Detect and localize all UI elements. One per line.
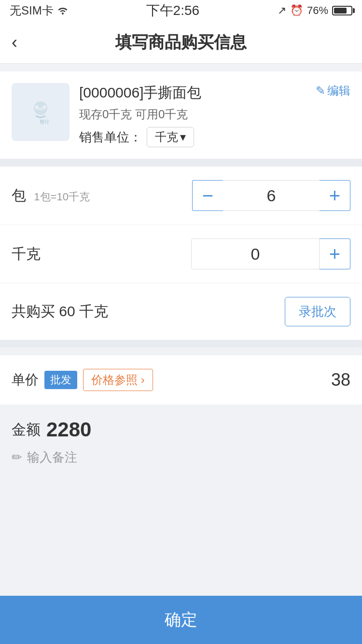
- unit-select[interactable]: 千克 ▾: [147, 127, 194, 147]
- kg-label: 千克: [12, 244, 191, 264]
- confirm-label: 确定: [165, 609, 197, 631]
- note-row[interactable]: ✏ 输入备注: [12, 449, 350, 466]
- product-image: 智计: [12, 83, 70, 141]
- bag-qty-control: − 6 +: [192, 180, 350, 211]
- price-ref-button[interactable]: 价格参照 ›: [83, 369, 153, 391]
- wifi-icon: [57, 4, 68, 17]
- amount-section: 金额 2280 ✏ 输入备注: [0, 405, 362, 474]
- page-title: 填写商品购买信息: [115, 31, 247, 54]
- battery-percent: 76%: [307, 4, 328, 17]
- product-name: [0000006]手撕面包: [79, 83, 350, 103]
- bag-minus-button[interactable]: −: [192, 180, 223, 211]
- divider-1: [0, 159, 362, 167]
- confirm-button[interactable]: 确定: [0, 596, 362, 644]
- divider-2: [0, 340, 362, 348]
- kg-input-row: 千克 0 +: [0, 225, 362, 283]
- product-info: [0000006]手撕面包 现存0千克 可用0千克 销售单位： 千克 ▾: [79, 83, 350, 147]
- svg-text:智计: 智计: [39, 119, 50, 125]
- dropdown-icon: ▾: [180, 130, 186, 144]
- svg-point-3: [38, 108, 43, 111]
- price-tag: 批发: [44, 371, 77, 389]
- kg-plus-button[interactable]: +: [320, 238, 350, 269]
- product-stock: 现存0千克 可用0千克: [79, 107, 350, 122]
- price-label: 单价: [12, 371, 39, 389]
- batch-button[interactable]: 录批次: [285, 297, 350, 326]
- status-right: ↗ ⏰ 76%: [278, 4, 352, 17]
- status-time: 下午2:56: [146, 1, 200, 20]
- input-section: 包 1包=10千克 − 6 + 千克 0 +: [0, 167, 362, 283]
- bag-qty-input[interactable]: 6: [223, 180, 320, 211]
- kg-qty-control: 0 +: [191, 238, 350, 269]
- carrier-text: 无SIM卡: [10, 3, 54, 18]
- back-button[interactable]: ‹: [12, 32, 17, 53]
- status-bar: 无SIM卡 下午2:56 ↗ ⏰ 76%: [0, 0, 362, 21]
- pencil-icon: ✏: [12, 450, 22, 465]
- product-section: 智计 [0000006]手撕面包 现存0千克 可用0千克 销售单位： 千克 ▾ …: [0, 71, 362, 159]
- kg-qty-input[interactable]: 0: [191, 238, 320, 269]
- amount-row: 金额 2280: [12, 418, 350, 441]
- summary-text: 共购买 60 千克: [12, 302, 108, 322]
- price-value: 38: [331, 370, 350, 390]
- amount-label: 金额: [12, 420, 41, 440]
- amount-value: 2280: [46, 418, 91, 441]
- summary-section: 共购买 60 千克 录批次: [0, 283, 362, 340]
- product-unit-row: 销售单位： 千克 ▾: [79, 127, 350, 147]
- unit-value: 千克: [155, 129, 178, 145]
- nav-bar: ‹ 填写商品购买信息: [0, 21, 362, 64]
- edit-label: 编辑: [327, 83, 350, 98]
- note-placeholder: 输入备注: [27, 449, 77, 466]
- battery-icon: [332, 6, 352, 15]
- bag-sublabel: 1包=10千克: [34, 191, 90, 203]
- status-left: 无SIM卡: [10, 3, 68, 18]
- location-icon: ↗: [278, 4, 286, 17]
- edit-button[interactable]: ✎ 编辑: [316, 83, 350, 98]
- bag-input-row: 包 1包=10千克 − 6 +: [0, 167, 362, 225]
- edit-icon: ✎: [316, 84, 325, 98]
- unit-label: 销售单位：: [79, 129, 142, 146]
- bag-label: 包 1包=10千克: [12, 186, 192, 206]
- product-logo-icon: 智计: [26, 98, 55, 126]
- alarm-icon: ⏰: [290, 4, 303, 17]
- bag-plus-button[interactable]: +: [320, 180, 350, 211]
- price-section: 单价 批发 价格参照 › 38: [0, 355, 362, 405]
